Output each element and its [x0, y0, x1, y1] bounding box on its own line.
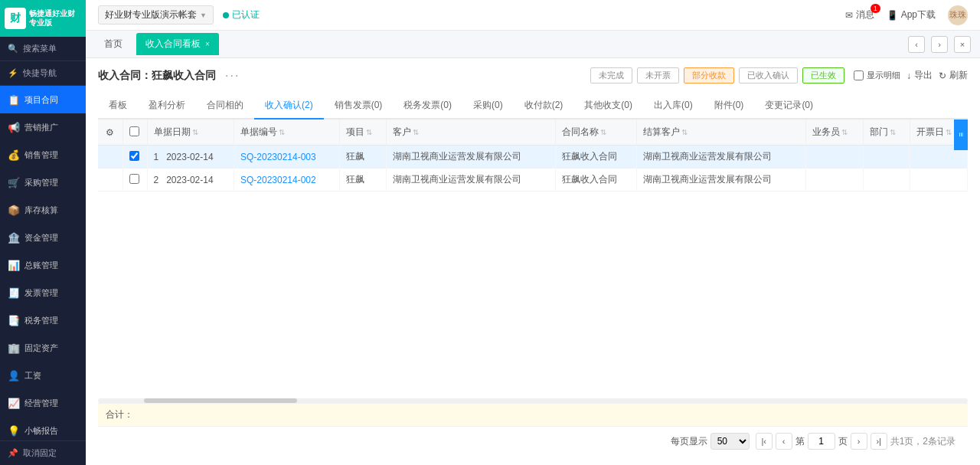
per-page-label: 每页显示	[671, 435, 707, 448]
sub-tab-profit[interactable]: 盈利分析	[138, 93, 196, 120]
sidebar-item-invoice[interactable]: 🧾 发票管理	[0, 279, 86, 306]
side-detail-button[interactable]: ≡	[954, 120, 968, 150]
sidebar-item-ops[interactable]: 📈 经营管理	[0, 389, 86, 417]
sub-tab-attachment[interactable]: 附件(0)	[704, 93, 755, 120]
per-page-select[interactable]: 50 100 200	[710, 433, 750, 450]
status-tag-incomplete[interactable]: 未完成	[590, 67, 632, 84]
sidebar-item-assets[interactable]: 🏢 固定资产	[0, 334, 86, 362]
row1-checkbox-input[interactable]	[129, 151, 139, 161]
page-first-button[interactable]: |‹	[756, 433, 773, 450]
sort-date-icon: ⇅	[192, 128, 198, 136]
col-project[interactable]: 项目 ⇅	[340, 120, 387, 146]
row2-number[interactable]: SQ-20230214-002	[234, 169, 339, 192]
col-contract[interactable]: 合同名称 ⇅	[555, 120, 636, 146]
page-next-button[interactable]: ›	[851, 433, 867, 450]
sidebar-item-sales[interactable]: 💰 销售管理	[0, 141, 86, 169]
col-sales[interactable]: 业务员 ⇅	[805, 120, 863, 146]
app-download-button[interactable]: 📱 App下载	[887, 8, 936, 21]
row2-customer: 湖南卫视商业运营发展有限公司	[386, 169, 555, 192]
refresh-button[interactable]: ↻ 刷新	[939, 69, 968, 82]
row2-num: 2 2023-02-14	[147, 169, 234, 192]
sub-tab-contract[interactable]: 合同相的	[196, 93, 254, 120]
message-button[interactable]: ✉ 消息 1	[845, 8, 874, 21]
row1-end-customer: 湖南卫视商业运营发展有限公司	[636, 146, 805, 169]
status-tag-effective[interactable]: 已生效	[802, 67, 844, 84]
sub-tab-purchase[interactable]: 采购(0)	[462, 93, 514, 120]
gear-icon[interactable]: ⚙	[106, 127, 114, 138]
sidebar-item-report[interactable]: 💡 小畅报告	[0, 417, 86, 440]
status-tag-uninvoiced[interactable]: 未开票	[637, 67, 679, 84]
logo-text: 畅捷通好业财 专业版	[29, 9, 75, 28]
status-tag-partial-receipt[interactable]: 部分收款	[684, 67, 734, 84]
company-selector[interactable]: 好业财专业版演示帐套 ▼	[98, 5, 214, 25]
ops-icon: 📈	[8, 397, 20, 409]
tab-home[interactable]: 首页	[95, 33, 132, 55]
sort-number-icon: ⇅	[279, 128, 285, 136]
sub-tab-tax-invoice[interactable]: 税务发票(0)	[393, 93, 462, 120]
search-icon: 🔍	[8, 44, 18, 54]
sub-tab-changes[interactable]: 变更记录(0)	[754, 93, 824, 120]
sidebar-quick-nav[interactable]: ⚡ 快捷导航	[0, 61, 86, 86]
pagination-bar: 每页显示 50 100 200 |‹ ‹ 第 页 › ›| 共1页，2条记录	[98, 426, 968, 456]
page-last-button[interactable]: ›|	[871, 433, 887, 450]
sort-contract-icon: ⇅	[600, 128, 606, 136]
page-input[interactable]	[808, 433, 835, 450]
report-icon: 💡	[8, 424, 20, 437]
sidebar-item-project[interactable]: 📋 项目合同	[0, 86, 86, 113]
tab-close-icon[interactable]: ×	[205, 40, 210, 48]
sub-tab-payment[interactable]: 收付款(2)	[514, 93, 574, 120]
sub-tab-income-confirm[interactable]: 收入确认(2)	[254, 93, 324, 120]
sidebar-item-purchase[interactable]: 🛒 采购管理	[0, 169, 86, 196]
message-badge: 1	[871, 4, 880, 13]
col-number[interactable]: 单据编号 ⇅	[234, 120, 339, 146]
quick-nav-icon: ⚡	[8, 68, 18, 78]
sort-sales-icon: ⇅	[841, 128, 848, 136]
sub-tab-board[interactable]: 看板	[98, 93, 138, 120]
sidebar-item-inventory[interactable]: 📦 库存核算	[0, 196, 86, 224]
sidebar-item-marketing[interactable]: 📢 营销推广	[0, 113, 86, 141]
col-settings[interactable]: ⚙	[98, 120, 122, 146]
user-avatar[interactable]: 珠珠	[948, 5, 968, 25]
row1-gear	[98, 146, 122, 169]
page-prev-button[interactable]: ‹	[776, 433, 792, 450]
sort-end-customer-icon: ⇅	[681, 128, 688, 136]
sidebar-item-fund[interactable]: 🏦 资金管理	[0, 224, 86, 251]
inventory-icon: 📦	[8, 204, 20, 216]
row1-number[interactable]: SQ-20230214-003	[234, 146, 339, 169]
row1-checkbox[interactable]	[122, 146, 147, 169]
sub-tab-other[interactable]: 其他收支(0)	[573, 93, 643, 120]
refresh-icon: ↻	[939, 70, 946, 81]
general-icon: 📊	[8, 259, 20, 271]
project-icon: 📋	[8, 93, 20, 106]
logo: 财 畅捷通好业财 专业版	[0, 0, 86, 37]
tab-prev-button[interactable]: ‹	[908, 36, 925, 53]
row1-project: 狂飙	[340, 146, 387, 169]
table-row[interactable]: 2 2023-02-14 SQ-20230214-002 狂飙 湖南卫视商业运营…	[98, 169, 968, 192]
sidebar-item-tax[interactable]: 📑 税务管理	[0, 306, 86, 334]
tab-income-contract[interactable]: 收入合同看板 ×	[136, 33, 219, 55]
sidebar-item-hr[interactable]: 👤 工资	[0, 362, 86, 389]
row2-checkbox[interactable]	[122, 169, 147, 192]
tab-close-button[interactable]: ×	[954, 36, 971, 53]
col-date[interactable]: 单据日期 ⇅	[147, 120, 234, 146]
more-options-button[interactable]: ···	[225, 69, 240, 83]
export-button[interactable]: ↓ 导出	[906, 69, 933, 82]
purchase-icon: 🛒	[8, 176, 20, 188]
row2-checkbox-input[interactable]	[129, 174, 139, 184]
sub-tab-sales-invoice[interactable]: 销售发票(0)	[324, 93, 394, 120]
show-detail-checkbox[interactable]: 显示明细	[854, 70, 900, 81]
status-tag-confirmed[interactable]: 已收入确认	[739, 67, 798, 84]
select-all-checkbox[interactable]	[129, 126, 139, 136]
col-end-customer[interactable]: 结算客户 ⇅	[636, 120, 805, 146]
sidebar-search[interactable]: 🔍 搜索菜单	[0, 37, 86, 61]
tab-next-button[interactable]: ›	[931, 36, 948, 53]
detail-checkbox-input[interactable]	[854, 70, 864, 80]
sub-tab-warehouse[interactable]: 出入库(0)	[643, 93, 704, 120]
sidebar-pin-toggle[interactable]: 📌 取消固定	[0, 440, 86, 465]
table-row[interactable]: 1 2023-02-14 SQ-20230214-003 狂飙 湖南卫视商业运营…	[98, 146, 968, 169]
sidebar-item-general[interactable]: 📊 总账管理	[0, 251, 86, 279]
col-dept[interactable]: 部门 ⇅	[863, 120, 910, 146]
pin-icon: 📌	[8, 448, 18, 458]
col-customer[interactable]: 客户 ⇅	[386, 120, 555, 146]
sort-dept-icon: ⇅	[890, 128, 896, 136]
